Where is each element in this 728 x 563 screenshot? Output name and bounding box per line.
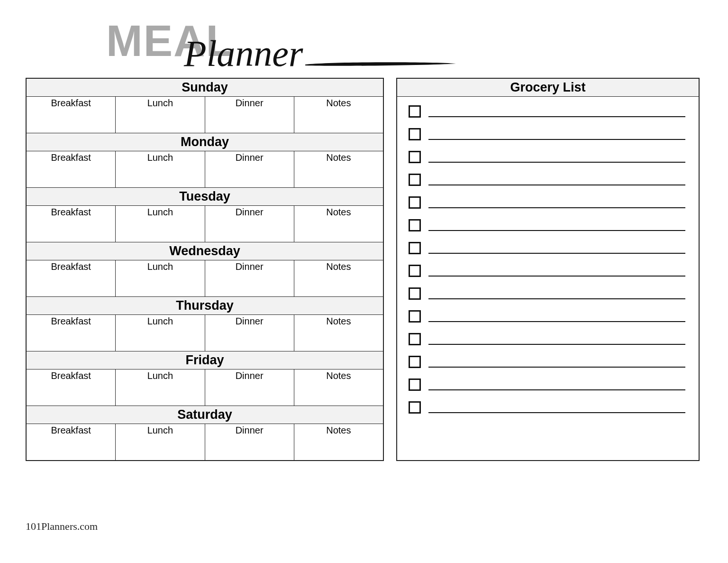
footer-attribution: 101Planners.com <box>26 520 98 533</box>
meal-cell-dinner[interactable]: Dinner <box>205 315 294 351</box>
grocery-item <box>409 401 685 414</box>
meal-cell-label: Breakfast <box>30 207 111 218</box>
grocery-item <box>409 196 685 209</box>
checkbox-icon[interactable] <box>409 356 421 368</box>
grocery-entry-line[interactable] <box>428 288 685 299</box>
meal-cell-notes[interactable]: Notes <box>294 97 383 133</box>
day-header: Thursday <box>27 296 383 315</box>
meal-cell-label: Dinner <box>209 152 290 163</box>
grocery-entry-line[interactable] <box>428 311 685 322</box>
grocery-item <box>409 128 685 140</box>
meal-cell-breakfast[interactable]: Breakfast <box>27 206 116 242</box>
day-header: Saturday <box>27 406 383 424</box>
checkbox-icon[interactable] <box>409 401 421 414</box>
grocery-item <box>409 174 685 186</box>
meal-cell-label: Lunch <box>119 316 200 327</box>
meal-cell-dinner[interactable]: Dinner <box>205 97 294 133</box>
meal-cell-lunch[interactable]: Lunch <box>116 369 205 406</box>
grocery-entry-line[interactable] <box>428 402 685 413</box>
meal-cell-dinner[interactable]: Dinner <box>205 369 294 406</box>
grocery-item <box>409 333 685 345</box>
grocery-entry-line[interactable] <box>428 333 685 345</box>
grocery-item <box>409 151 685 163</box>
checkbox-icon[interactable] <box>409 105 421 118</box>
meal-cell-lunch[interactable]: Lunch <box>116 315 205 351</box>
meal-cell-breakfast[interactable]: Breakfast <box>27 315 116 351</box>
meal-cell-dinner[interactable]: Dinner <box>205 206 294 242</box>
meal-cell-breakfast[interactable]: Breakfast <box>27 424 116 460</box>
meal-cell-label: Breakfast <box>30 425 111 436</box>
grocery-entry-line[interactable] <box>428 356 685 368</box>
meal-cell-label: Breakfast <box>30 261 111 272</box>
meal-cell-notes[interactable]: Notes <box>294 260 383 296</box>
meal-cell-notes[interactable]: Notes <box>294 151 383 187</box>
meal-cell-label: Notes <box>298 152 379 163</box>
meal-cell-label: Dinner <box>209 425 290 436</box>
checkbox-icon[interactable] <box>409 310 421 323</box>
meal-cell-label: Lunch <box>119 98 200 109</box>
meal-cell-label: Lunch <box>119 152 200 163</box>
grocery-list-heading: Grocery List <box>397 79 699 97</box>
grocery-entry-line[interactable] <box>428 106 685 117</box>
meal-cell-lunch[interactable]: Lunch <box>116 97 205 133</box>
meal-cell-breakfast[interactable]: Breakfast <box>27 369 116 406</box>
meal-cell-breakfast[interactable]: Breakfast <box>27 97 116 133</box>
meal-cell-lunch[interactable]: Lunch <box>116 260 205 296</box>
grocery-item <box>409 287 685 300</box>
meal-cell-label: Breakfast <box>30 152 111 163</box>
grocery-item <box>409 242 685 254</box>
meal-cell-label: Lunch <box>119 207 200 218</box>
checkbox-icon[interactable] <box>409 242 421 254</box>
grocery-item <box>409 310 685 323</box>
meal-cell-label: Dinner <box>209 261 290 272</box>
grocery-entry-line[interactable] <box>428 197 685 208</box>
checkbox-icon[interactable] <box>409 151 421 163</box>
day-header: Sunday <box>27 79 383 97</box>
meal-cell-breakfast[interactable]: Breakfast <box>27 151 116 187</box>
grocery-entry-line[interactable] <box>428 174 685 185</box>
meal-cell-label: Dinner <box>209 98 290 109</box>
grocery-entry-line[interactable] <box>428 265 685 277</box>
checkbox-icon[interactable] <box>409 128 421 140</box>
checkbox-icon[interactable] <box>409 219 421 231</box>
meal-cell-label: Lunch <box>119 370 200 381</box>
grocery-entry-line[interactable] <box>428 151 685 163</box>
grocery-item <box>409 378 685 391</box>
meal-cell-lunch[interactable]: Lunch <box>116 151 205 187</box>
meal-cell-lunch[interactable]: Lunch <box>116 424 205 460</box>
checkbox-icon[interactable] <box>409 378 421 391</box>
meal-cell-notes[interactable]: Notes <box>294 206 383 242</box>
grocery-item <box>409 356 685 368</box>
meal-cell-label: Dinner <box>209 370 290 381</box>
checkbox-icon[interactable] <box>409 265 421 277</box>
meal-cell-notes[interactable]: Notes <box>294 315 383 351</box>
title-block: MEAL Planner <box>106 19 702 76</box>
checkbox-icon[interactable] <box>409 287 421 300</box>
meal-cell-dinner[interactable]: Dinner <box>205 424 294 460</box>
meal-cell-label: Lunch <box>119 425 200 436</box>
meal-cell-dinner[interactable]: Dinner <box>205 260 294 296</box>
grocery-entry-line[interactable] <box>428 220 685 231</box>
checkbox-icon[interactable] <box>409 174 421 186</box>
meal-cell-lunch[interactable]: Lunch <box>116 206 205 242</box>
meal-cell-label: Breakfast <box>30 98 111 109</box>
meal-cell-label: Notes <box>298 207 379 218</box>
meal-cell-label: Breakfast <box>30 316 111 327</box>
day-header: Tuesday <box>27 187 383 206</box>
checkbox-icon[interactable] <box>409 333 421 345</box>
meal-cell-dinner[interactable]: Dinner <box>205 151 294 187</box>
meal-cell-notes[interactable]: Notes <box>294 369 383 406</box>
grocery-item <box>409 265 685 277</box>
day-row: BreakfastLunchDinnerNotes <box>27 151 383 187</box>
checkbox-icon[interactable] <box>409 196 421 209</box>
meal-cell-label: Dinner <box>209 207 290 218</box>
meal-cell-notes[interactable]: Notes <box>294 424 383 460</box>
day-header: Monday <box>27 133 383 151</box>
weekly-meal-table: SundayBreakfastLunchDinnerNotesMondayBre… <box>26 78 384 461</box>
meal-cell-breakfast[interactable]: Breakfast <box>27 260 116 296</box>
grocery-entry-line[interactable] <box>428 242 685 254</box>
meal-cell-label: Dinner <box>209 316 290 327</box>
grocery-list-body <box>397 97 699 433</box>
grocery-entry-line[interactable] <box>428 379 685 390</box>
grocery-entry-line[interactable] <box>428 129 685 140</box>
